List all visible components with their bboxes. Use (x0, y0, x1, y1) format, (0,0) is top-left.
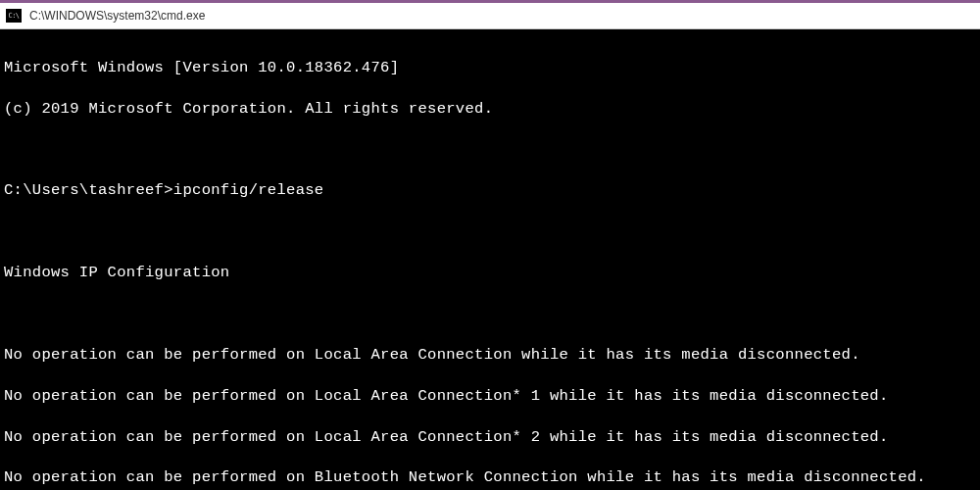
output-line: No operation can be performed on Local A… (4, 345, 976, 366)
titlebar[interactable]: C:\ C:\WINDOWS\system32\cmd.exe (0, 0, 980, 29)
cmd-icon: C:\ (6, 9, 22, 23)
terminal-output[interactable]: Microsoft Windows [Version 10.0.18362.47… (0, 29, 980, 490)
cmd-window: C:\ C:\WINDOWS\system32\cmd.exe Microsof… (0, 0, 980, 490)
output-line: No operation can be performed on Bluetoo… (4, 467, 976, 488)
output-line: (c) 2019 Microsoft Corporation. All righ… (4, 99, 976, 120)
output-line (4, 221, 976, 242)
output-line (4, 140, 976, 161)
output-line (4, 304, 976, 324)
output-line: Windows IP Configuration (4, 263, 976, 283)
output-line: No operation can be performed on Local A… (4, 427, 976, 448)
output-line: No operation can be performed on Local A… (4, 386, 976, 407)
prompt-line: C:\Users\tashreef>ipconfig/release (4, 180, 976, 201)
output-line: Microsoft Windows [Version 10.0.18362.47… (4, 58, 976, 78)
window-title: C:\WINDOWS\system32\cmd.exe (29, 9, 205, 23)
